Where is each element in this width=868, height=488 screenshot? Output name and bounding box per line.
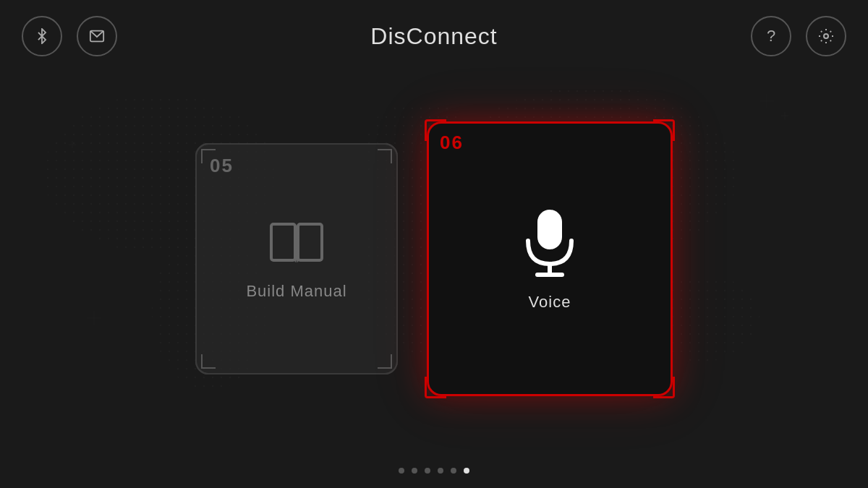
mail-button[interactable]	[77, 16, 117, 56]
pagination-dot-6[interactable]	[464, 468, 469, 474]
card-voice[interactable]: 06 Voice	[427, 121, 673, 396]
question-mark-icon: ?	[767, 27, 775, 46]
corner-decoration	[201, 354, 216, 369]
card-build-manual-label: Build Manual	[246, 282, 346, 301]
svg-rect-19	[537, 210, 562, 249]
red-corner-tr	[653, 119, 675, 141]
header: DisConnect ?	[0, 0, 868, 72]
pagination-dot-5[interactable]	[451, 468, 456, 474]
bluetooth-button[interactable]	[22, 16, 62, 56]
red-corner-bl	[425, 377, 446, 398]
card-number-06: 06	[440, 132, 464, 154]
pagination-dot-1[interactable]	[399, 468, 404, 474]
book-icon	[268, 217, 326, 267]
header-left-icons	[22, 16, 117, 56]
microphone-icon-container	[517, 206, 582, 278]
svg-rect-18	[298, 224, 322, 260]
microphone-icon	[517, 206, 582, 278]
help-button[interactable]: ?	[751, 16, 791, 56]
bluetooth-icon	[34, 28, 50, 44]
card-voice-label: Voice	[529, 293, 571, 312]
svg-rect-17	[271, 224, 295, 260]
settings-button[interactable]	[806, 16, 846, 56]
pagination-dot-4[interactable]	[438, 468, 443, 474]
card-build-manual[interactable]: 05 Build Manual	[195, 143, 398, 374]
header-right-icons: ?	[751, 16, 846, 56]
svg-point-16	[824, 34, 828, 38]
app-title: DisConnect	[370, 23, 497, 50]
main-content: 05 Build Manual 06	[0, 72, 868, 445]
corner-decoration	[378, 354, 392, 369]
gear-icon	[817, 27, 835, 45]
pagination-dot-2[interactable]	[412, 468, 417, 474]
corner-decoration	[378, 149, 392, 163]
card-number-05: 05	[210, 155, 234, 177]
book-icon-container	[268, 217, 326, 267]
red-corner-br	[653, 377, 675, 398]
mail-icon	[89, 28, 105, 44]
pagination-dot-3[interactable]	[425, 468, 430, 474]
pagination	[399, 468, 469, 474]
